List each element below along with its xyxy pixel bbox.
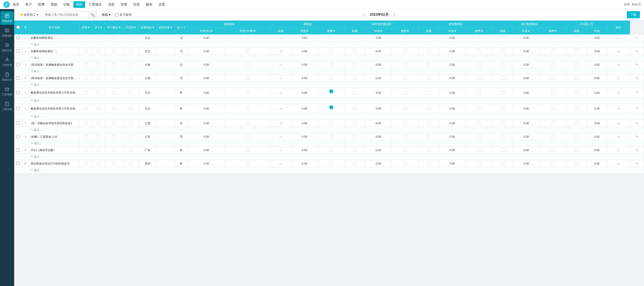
local-edu-declare-cell[interactable] — [540, 61, 567, 68]
edu-declare-cell[interactable] — [466, 34, 493, 41]
row-checkbox-cell[interactable] — [14, 147, 22, 154]
edit-button[interactable]: ✎ — [635, 76, 638, 80]
clear-card-cell[interactable] — [92, 147, 105, 154]
financial-annual-cell[interactable] — [225, 75, 271, 82]
row-checkbox-cell[interactable] — [14, 133, 22, 140]
local-edu-declare-checkbox[interactable] — [551, 106, 555, 110]
vat-pay-checkbox[interactable] — [353, 49, 357, 53]
nav-billing[interactable]: 收费 — [35, 1, 47, 8]
vat-declare-checkbox[interactable] — [329, 148, 333, 152]
sidebar-item-tax-overview[interactable]: 报税总览 — [1, 41, 14, 54]
edu-pay-cell[interactable] — [492, 34, 513, 41]
customer-confirm-checkbox[interactable] — [112, 162, 116, 165]
clear-card-checkbox[interactable] — [97, 135, 100, 138]
vat-pay-cell[interactable] — [345, 75, 365, 82]
customer-name[interactable]: 测试斯套的凭证打印的时候是否 — [29, 160, 80, 167]
local-edu-pay-cell[interactable] — [566, 147, 587, 154]
edu-declare-checkbox[interactable] — [477, 76, 481, 80]
financial-annual-cell[interactable] — [225, 147, 271, 154]
customer-name[interactable]: 2013（陶美芳勿删） — [29, 147, 80, 154]
financial-annual-checkbox[interactable] — [246, 36, 250, 39]
edu-declare-cell[interactable] — [466, 61, 493, 68]
vat-pay-checkbox[interactable] — [353, 162, 357, 165]
clear-card-checkbox[interactable] — [97, 121, 100, 125]
local-edu-pay-cell[interactable] — [566, 61, 587, 68]
edu-pay-cell[interactable] — [492, 120, 513, 127]
clear-card-checkbox[interactable] — [97, 148, 100, 152]
employee-select[interactable]: 全部员工 ▾ — [18, 11, 41, 18]
city-pay-checkbox[interactable] — [427, 76, 431, 80]
vat-pay-checkbox[interactable] — [353, 148, 357, 152]
copy-tax-checkbox[interactable] — [84, 36, 88, 39]
action-cell[interactable]: ✎ — [630, 104, 644, 113]
note-edit-icon[interactable]: ✎ — [31, 141, 33, 145]
vat-pay-cell[interactable] — [345, 34, 365, 41]
vat-declare-checkbox[interactable] — [329, 76, 333, 80]
city-declare-checkbox[interactable] — [403, 63, 407, 66]
search-button[interactable]: 🔍 — [88, 11, 97, 18]
financial-annual-cell[interactable] — [225, 160, 271, 167]
vat-pay-cell[interactable] — [345, 120, 365, 127]
local-edu-declare-checkbox[interactable] — [551, 49, 555, 53]
local-edu-pay-cell[interactable] — [566, 120, 587, 127]
customer-confirm-cell[interactable] — [105, 133, 123, 140]
note-edit-icon[interactable]: ✎ — [31, 69, 33, 73]
nav-accounting[interactable]: 记账 — [61, 1, 72, 8]
filter-button[interactable]: 筛选 ▾ — [99, 11, 113, 18]
local-edu-pay-checkbox[interactable] — [575, 36, 578, 39]
local-edu-pay-cell[interactable] — [566, 133, 587, 140]
tax-paid-cell[interactable] — [123, 48, 139, 55]
note-edit-icon[interactable]: ✎ — [31, 155, 33, 158]
customer-confirm-checkbox[interactable] — [112, 76, 116, 80]
row-checkbox-cell[interactable] — [14, 34, 22, 41]
customer-confirm-checkbox[interactable] — [112, 91, 116, 94]
local-edu-declare-cell[interactable] — [540, 120, 567, 127]
vat-pay-cell[interactable] — [345, 48, 365, 55]
edu-pay-cell[interactable] — [492, 48, 513, 55]
row-checkbox-cell[interactable] — [14, 120, 22, 127]
customer-confirm-cell[interactable] — [105, 61, 123, 68]
local-edu-declare-cell[interactable] — [540, 133, 567, 140]
row-checkbox-cell[interactable] — [14, 48, 22, 55]
customer-confirm-cell[interactable] — [105, 75, 123, 82]
local-edu-pay-checkbox[interactable] — [575, 49, 578, 53]
note-edit-icon[interactable]: ✎ — [31, 83, 33, 86]
edu-pay-cell[interactable] — [492, 160, 513, 167]
nav-customer[interactable]: 客户 — [23, 1, 34, 8]
vat-declare-cell[interactable] — [318, 75, 345, 82]
edit-button[interactable]: ✎ — [635, 107, 638, 111]
edu-pay-checkbox[interactable] — [501, 148, 504, 152]
vat-pay-cell[interactable] — [345, 133, 365, 140]
copy-tax-checkbox[interactable] — [84, 91, 88, 94]
local-edu-pay-checkbox[interactable] — [575, 106, 578, 110]
vat-declare-cell[interactable] — [318, 147, 345, 154]
copy-tax-cell[interactable] — [80, 133, 92, 140]
vat-declare-checkbox[interactable] — [329, 162, 333, 165]
financial-annual-checkbox[interactable] — [246, 63, 250, 66]
action-cell[interactable]: ✎ — [630, 88, 644, 98]
edit-button[interactable]: ✎ — [635, 49, 638, 53]
edu-declare-cell[interactable] — [466, 48, 493, 55]
edu-declare-checkbox[interactable] — [477, 91, 481, 94]
financial-annual-cell[interactable] — [225, 120, 271, 127]
copy-tax-cell[interactable] — [80, 160, 92, 167]
customer-name[interactable]: (库存核算）直播畅速通信息技术股份有限... ⓘ — [29, 61, 80, 68]
local-edu-declare-cell[interactable] — [540, 88, 567, 98]
download-button[interactable]: 下载 — [627, 11, 640, 18]
clear-card-checkbox[interactable] — [97, 91, 100, 94]
edu-declare-cell[interactable] — [466, 147, 493, 154]
financial-annual-checkbox[interactable] — [246, 135, 250, 138]
customer-confirm-checkbox[interactable] — [112, 148, 116, 152]
sidebar-item-batch-tax[interactable]: 批量报税 — [1, 26, 14, 40]
row-checkbox[interactable] — [16, 148, 20, 152]
edit-button[interactable]: ✎ — [635, 162, 638, 166]
edit-button[interactable]: ✎ — [635, 36, 638, 40]
tax-paid-cell[interactable] — [123, 75, 139, 82]
city-pay-cell[interactable] — [419, 34, 439, 41]
financial-annual-checkbox[interactable] — [246, 76, 250, 80]
copy-tax-cell[interactable] — [80, 48, 92, 55]
copy-tax-cell[interactable] — [80, 147, 92, 154]
local-edu-pay-checkbox[interactable] — [575, 76, 578, 80]
financial-annual-cell[interactable] — [225, 61, 271, 68]
nav-home[interactable]: 首页 — [10, 1, 22, 8]
